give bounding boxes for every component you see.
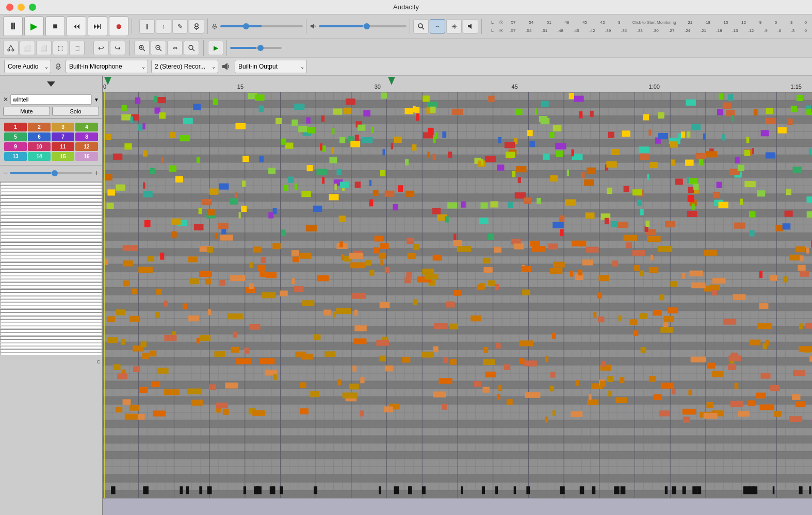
record-button[interactable]: ⏺ [109,16,128,36]
star-tool[interactable]: ✳ [446,19,462,34]
separator3 [306,19,306,34]
channel-btn-8[interactable]: 8 [75,132,98,141]
close-button[interactable] [6,4,13,11]
svg-line-20 [192,49,194,51]
multi-tool[interactable]: ↔ [430,19,445,34]
skip-start-button[interactable]: ⏮ [67,16,86,36]
channel-btn-1[interactable]: 1 [4,123,27,131]
svg-point-21 [57,64,60,67]
cut-button[interactable] [3,41,19,55]
channel-btn-2[interactable]: 2 [28,123,51,131]
play-cut-button[interactable]: ▶ [208,41,223,55]
channel-btn-3[interactable]: 3 [52,123,74,131]
undo-button[interactable]: ↩ [93,41,109,55]
draw-tool[interactable]: ✎ [172,19,188,34]
minus-icon: − [3,169,8,178]
channel-btn-16[interactable]: 16 [75,152,98,161]
timeline-ruler: 0 15 30 45 1:00 1:15 [0,76,812,92]
track-header-spacer [0,76,103,92]
envelope-tool[interactable]: ↕ [156,19,171,34]
track-sidebar: ✕ ▼ Mute Solo 12345678910111213141516 − [0,92,103,515]
playhead-pos[interactable] [387,76,396,85]
toolbar-row2: ⬜ ⬜ ⬚ ⬚ ↩ ↪ ⇔ [0,39,812,58]
speaker-device-icon [221,62,232,71]
channel-btn-5[interactable]: 5 [4,132,27,141]
zoom-sel-button[interactable] [184,41,199,55]
play-button[interactable]: ▶ [24,16,44,36]
skip-end-button[interactable]: ⏭ [88,16,107,36]
solo-button[interactable]: Solo [52,107,99,116]
channel-btn-13[interactable]: 13 [4,152,27,161]
maximize-button[interactable] [29,4,36,11]
playback-speed-slider[interactable] [230,47,282,49]
channel-btn-10[interactable]: 10 [28,142,51,151]
output-slider-group [310,23,407,30]
copy-button[interactable]: ⬜ [20,41,35,55]
track-close-button[interactable]: ✕ [3,96,8,103]
track-name-input[interactable] [10,94,92,105]
history-group: ↩ ↪ [93,41,125,55]
stop-button[interactable]: ■ [45,16,65,36]
svg-marker-26 [388,77,395,85]
cut-icon [7,44,14,52]
window-controls [6,4,36,11]
svg-point-2 [214,24,216,27]
playhead-start[interactable] [103,76,112,85]
channel-btn-7[interactable]: 7 [52,132,74,141]
mute-button[interactable]: Mute [3,107,50,116]
tools-group: I ↕ ✎ [139,19,204,34]
track-dropdown-button[interactable]: ▼ [94,97,99,103]
audio-host-select[interactable]: Core Audio [4,60,51,73]
app-title: Audacity [393,3,419,11]
channel-btn-6[interactable]: 6 [28,132,51,141]
velocity-slider[interactable] [10,172,92,174]
zoom-out-button[interactable] [151,41,166,55]
mic-input[interactable] [189,19,204,34]
input-device-select[interactable]: Built-in Microphone [66,60,148,73]
velocity-controls: − + [0,165,102,181]
channel-btn-14[interactable]: 14 [28,152,51,161]
zoom-in-button[interactable] [134,41,150,55]
svg-line-6 [422,27,424,29]
channel-grid: 12345678910111213141516 [0,119,102,165]
channel-btn-15[interactable]: 15 [52,152,74,161]
input-level-slider[interactable] [220,25,303,27]
channel-btn-12[interactable]: 12 [75,142,98,151]
edit-tools-group: ⬜ ⬜ ⬚ ⬚ [3,41,85,55]
speaker2-icon [467,23,474,30]
channel-btn-9[interactable]: 9 [4,142,27,151]
plus-icon: + [94,169,99,178]
svg-point-19 [189,45,193,49]
vu-input-scale: -57-54-51-48-45-42-3 Click to Start Moni… [508,20,809,25]
trim-button[interactable]: ⬚ [53,41,68,55]
paste-button[interactable]: ⬜ [36,41,52,55]
ruler-track[interactable]: 0 15 30 45 1:00 1:15 [103,76,812,92]
playhead-start-marker [103,76,112,85]
output-level-slider[interactable] [319,25,407,27]
output-device-select[interactable]: Built-in Output [235,60,307,73]
mic-device-icon [54,62,62,71]
mic-icon [211,23,218,30]
silence-button[interactable]: ⬚ [69,41,85,55]
fit-project-button[interactable]: ⇔ [167,41,183,55]
track-controls-header: ✕ ▼ Mute Solo [0,92,102,119]
recording-channels-wrapper: 2 (Stereo) Recor... [151,60,218,73]
speaker-tool[interactable] [463,19,478,34]
midi-area [103,92,812,515]
channel-btn-4[interactable]: 4 [75,123,98,131]
vu-click-label[interactable]: Click to Start Monitoring [632,20,676,25]
note-indicator: C [97,359,101,364]
minimize-button[interactable] [18,4,25,11]
device-row: Core Audio Built-in Microphone 2 (Stereo… [0,58,812,76]
svg-marker-25 [104,77,111,85]
redo-button[interactable]: ↪ [110,41,125,55]
pause-button[interactable]: ⏸ [3,16,23,36]
empty-track-area [103,498,812,515]
zoom-tool[interactable] [413,19,429,34]
channel-btn-11[interactable]: 11 [52,142,74,151]
select-tool[interactable]: I [139,19,155,34]
midi-grid-canvas[interactable] [103,92,812,498]
ruler-mark-115: 1:15 [791,84,802,90]
svg-rect-4 [311,25,312,27]
recording-channels-select[interactable]: 2 (Stereo) Recor... [151,60,218,73]
